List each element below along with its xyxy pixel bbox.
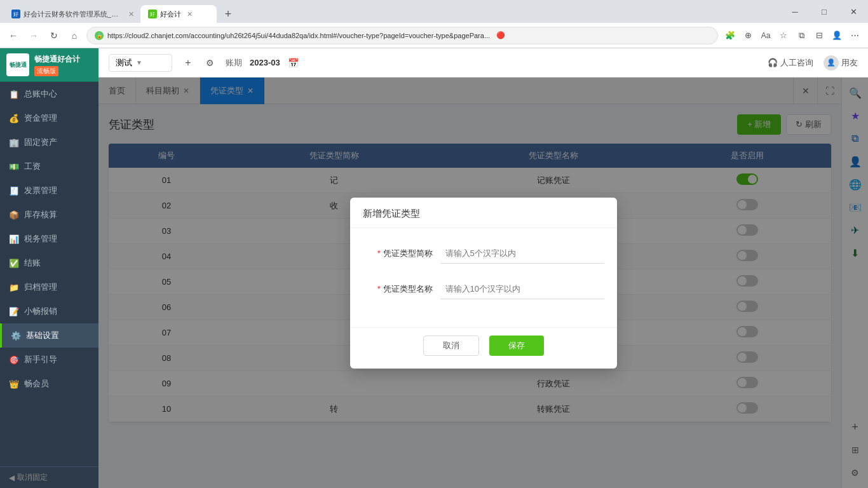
security-badge: 🔴 (496, 31, 505, 39)
window-minimize[interactable]: ─ (780, 0, 810, 23)
app: 畅捷通 畅捷通好合计 流畅版 📋 总账中心 💰 资金管理 🏢 固定资产 💵 工资 (0, 48, 868, 488)
add-company-btn[interactable]: + (180, 55, 196, 71)
sidebar-bottom: ◀ 取消固定 (0, 466, 98, 488)
sidebar-item-report[interactable]: 📝 小畅报销 (0, 299, 98, 323)
split-btn[interactable]: ⊟ (811, 27, 827, 44)
window-maximize[interactable]: □ (810, 0, 839, 23)
abbr-input[interactable] (440, 243, 604, 264)
topbar-actions: + ⚙ (180, 55, 218, 71)
sidebar-label-fixed-assets: 固定资产 (24, 137, 57, 148)
tab-label-1: 好会计云财务软件管理系统_会计 (24, 10, 125, 19)
settings-gear-btn[interactable]: ⚙ (201, 55, 218, 71)
modal-overlay: 新增凭证类型 * 凭证类型简称 * (98, 78, 868, 488)
user-btn[interactable]: 👤 用友 (824, 55, 858, 71)
browser-tab-1[interactable]: 好 好会计云财务软件管理系统_会计 ✕ (5, 5, 140, 23)
guide-icon: 🎯 (9, 355, 19, 365)
headset-icon: 🎧 (768, 58, 778, 67)
sidebar-item-salary[interactable]: 💵 工资 (0, 154, 98, 179)
reload-btn[interactable]: ↻ (46, 27, 62, 44)
fixed-assets-icon: 🏢 (9, 138, 19, 147)
sidebar-item-archive[interactable]: 📁 归档管理 (0, 275, 98, 299)
logo-icon: 畅捷通 (6, 53, 29, 76)
sidebar-item-inventory[interactable]: 📦 库存核算 (0, 203, 98, 227)
period-value: 2023-03 (250, 58, 280, 67)
sidebar-item-checkout[interactable]: ✅ 结账 (0, 251, 98, 275)
sidebar-item-fixed-assets[interactable]: 🏢 固定资产 (0, 130, 98, 154)
cancel-fixed-btn[interactable]: ◀ 取消固定 (9, 472, 90, 483)
capital-icon: 💰 (9, 114, 19, 123)
ssl-icon: 🔒 (95, 31, 104, 40)
pin-icon: ◀ (9, 473, 15, 482)
company-select[interactable]: 测试 ▼ (109, 54, 172, 72)
tax-icon: 📊 (9, 234, 19, 244)
sidebar-item-settings[interactable]: ⚙️ 基础设置 (0, 323, 98, 348)
tab-close-2[interactable]: ✕ (187, 10, 193, 18)
new-tab-btn[interactable]: + (219, 5, 237, 23)
window-close[interactable]: ✕ (839, 0, 868, 23)
sidebar-item-guide[interactable]: 🎯 新手引导 (0, 348, 98, 372)
address-input[interactable]: 🔒 https://cloud2.chanjet.com/accounting/… (86, 27, 718, 44)
topbar: 测试 ▼ + ⚙ 账期 2023-03 📅 🎧 人工咨询 👤 用友 (98, 48, 868, 78)
sidebar-label-guide: 新手引导 (24, 354, 57, 365)
sidebar-item-dashboard[interactable]: 📋 总账中心 (0, 82, 98, 106)
sidebar-label-report: 小畅报销 (24, 306, 57, 317)
modal: 新增凭证类型 * 凭证类型简称 * (350, 198, 617, 369)
profile-btn[interactable]: 👤 (829, 27, 845, 44)
sidebar-label-dashboard: 总账中心 (24, 88, 57, 100)
extensions-btn[interactable]: 🧩 (722, 27, 738, 44)
archive-icon: 📁 (9, 283, 19, 292)
sidebar-label-settings: 基础设置 (26, 330, 59, 341)
browser-chrome: 好 好会计云财务软件管理系统_会计 ✕ 好 好会计 ✕ + ─ □ ✕ ← → … (0, 0, 868, 48)
menu-btn[interactable]: ⋯ (846, 27, 863, 44)
company-dropdown-icon: ▼ (136, 59, 142, 66)
settings-icon: ⚙️ (11, 331, 21, 341)
collections-btn[interactable]: ⧉ (793, 27, 810, 44)
modal-footer: 取消 保存 (350, 327, 617, 369)
sidebar: 畅捷通 畅捷通好合计 流畅版 📋 总账中心 💰 资金管理 🏢 固定资产 💵 工资 (0, 48, 98, 488)
user-label: 用友 (841, 57, 858, 69)
sync-btn[interactable]: ⊕ (740, 27, 756, 44)
browser-tab-2[interactable]: 好 好会计 ✕ (140, 5, 217, 23)
name-label: * 凭证类型名称 (363, 283, 433, 295)
save-button[interactable]: 保存 (489, 336, 544, 356)
logo-text-area: 畅捷通好合计 流畅版 (34, 54, 80, 76)
forward-btn[interactable]: → (25, 27, 42, 44)
sidebar-item-invoice[interactable]: 🧾 发票管理 (0, 179, 98, 203)
main-area: 测试 ▼ + ⚙ 账期 2023-03 📅 🎧 人工咨询 👤 用友 (98, 48, 868, 488)
logo-badge: 流畅版 (34, 66, 58, 76)
sidebar-item-tax[interactable]: 📊 税务管理 (0, 227, 98, 251)
modal-body: * 凭证类型简称 * 凭证类型名称 (350, 228, 617, 327)
sidebar-label-tax: 税务管理 (24, 233, 57, 245)
invoice-icon: 🧾 (9, 186, 19, 196)
consult-label: 人工咨询 (780, 57, 813, 69)
extensions-area: 🧩 ⊕ Aa ☆ ⧉ ⊟ 👤 ⋯ (722, 27, 863, 44)
membership-icon: 👑 (9, 379, 19, 389)
consult-btn[interactable]: 🎧 人工咨询 (768, 57, 813, 69)
tab-bar: 好 好会计云财务软件管理系统_会计 ✕ 好 好会计 ✕ + ─ □ ✕ (0, 0, 868, 23)
sidebar-item-membership[interactable]: 👑 畅会员 (0, 372, 98, 396)
sidebar-label-invoice: 发票管理 (24, 185, 57, 196)
sidebar-label-inventory: 库存核算 (24, 209, 57, 220)
form-row-abbr: * 凭证类型简称 (363, 243, 604, 264)
sidebar-label-archive: 归档管理 (24, 281, 57, 293)
calendar-icon[interactable]: 📅 (288, 58, 299, 68)
address-bar: ← → ↻ ⌂ 🔒 https://cloud2.chanjet.com/acc… (0, 23, 868, 48)
sidebar-label-membership: 畅会员 (24, 378, 49, 390)
checkout-icon: ✅ (9, 259, 19, 268)
cancel-button[interactable]: 取消 (423, 336, 479, 356)
favorites-btn[interactable]: ☆ (775, 27, 792, 44)
sidebar-item-capital[interactable]: 💰 资金管理 (0, 106, 98, 130)
name-input[interactable] (440, 279, 604, 299)
modal-title: 新增凭证类型 (363, 208, 420, 220)
reading-view-btn[interactable]: Aa (757, 27, 774, 44)
tab-close-1[interactable]: ✕ (128, 10, 134, 18)
logo-main-text: 畅捷通好合计 (34, 54, 80, 65)
home-btn[interactable]: ⌂ (66, 27, 83, 44)
report-icon: 📝 (9, 307, 19, 316)
back-btn[interactable]: ← (5, 27, 22, 44)
company-name: 测试 (116, 57, 132, 69)
topbar-right: 🎧 人工咨询 👤 用友 (768, 55, 858, 71)
sidebar-scroll: 📋 总账中心 💰 资金管理 🏢 固定资产 💵 工资 🧾 发票管理 📦 库 (0, 82, 98, 466)
period-label: 账期 (226, 57, 242, 69)
sidebar-logo: 畅捷通 畅捷通好合计 流畅版 (0, 48, 98, 82)
